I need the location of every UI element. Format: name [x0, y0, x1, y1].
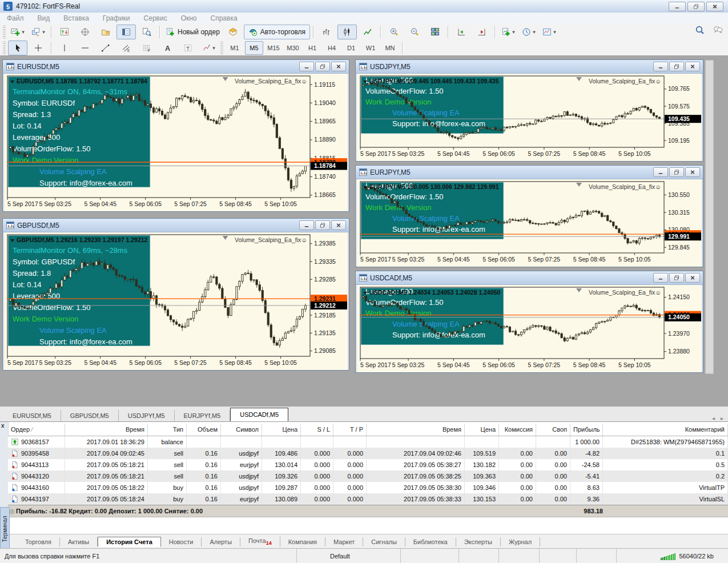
- column-header-commission[interactable]: Комиссия: [499, 424, 536, 436]
- titlebar[interactable]: 5 479102: FortFS-Real: [0, 0, 728, 13]
- column-header-comment[interactable]: Комментарий: [603, 424, 728, 436]
- chart-plot-area[interactable]: Leverage: 500VolumeOrderFlow: 1.50Work D…: [357, 74, 702, 161]
- timeframe-m30-button[interactable]: M30: [284, 41, 302, 55]
- chart-window-titlebar[interactable]: EURJPYf,M5: [356, 166, 703, 179]
- terminal-button[interactable]: [116, 25, 136, 39]
- line-chart-button[interactable]: [358, 25, 377, 39]
- text-label-button[interactable]: T: [178, 41, 198, 55]
- toolbar-grip[interactable]: [3, 42, 6, 54]
- column-header-profit[interactable]: Прибыль: [570, 424, 603, 436]
- chart-tab-eurusdf-m5[interactable]: EURUSDf,M5: [3, 410, 61, 421]
- new-chart-button[interactable]: ▾: [8, 25, 27, 39]
- column-header-type[interactable]: Тип: [148, 424, 187, 436]
- timeframe-mn-button[interactable]: MN: [381, 41, 399, 55]
- menu-file[interactable]: Файл: [0, 14, 31, 22]
- profiles-button[interactable]: ▾: [29, 25, 48, 39]
- terminal-tab-news[interactable]: Новости: [161, 537, 202, 546]
- restore-button[interactable]: [687, 2, 705, 11]
- chart-tab-usdcadf-m5[interactable]: USDCADf,M5: [230, 408, 288, 421]
- column-header-price[interactable]: Цена: [262, 424, 301, 436]
- chart-window-titlebar[interactable]: USDCADf,M5: [356, 271, 703, 285]
- terminal-tab-company[interactable]: Компания: [280, 537, 325, 546]
- templates-button[interactable]: ▾: [540, 25, 559, 39]
- column-header-time[interactable]: Время: [65, 424, 148, 436]
- metaeditor-button[interactable]: [223, 25, 243, 39]
- terminal-tab-market[interactable]: Маркет: [325, 537, 363, 546]
- indicators-button[interactable]: ▾: [498, 25, 518, 39]
- chart-minimize-button[interactable]: [653, 273, 668, 283]
- workspace-scrollbar[interactable]: [705, 60, 714, 374]
- terminal-tab-journal[interactable]: Журнал: [501, 537, 540, 546]
- candlestick-chart-button[interactable]: [337, 25, 357, 39]
- column-header-sl[interactable]: S / L: [301, 424, 333, 436]
- column-header-symbol[interactable]: Символ: [221, 424, 262, 436]
- column-header-close_time[interactable]: Время: [367, 424, 465, 436]
- horizontal-line-button[interactable]: [75, 41, 95, 55]
- terminal-tab-account-history[interactable]: История Счета: [98, 537, 161, 547]
- chart-restore-button[interactable]: [315, 220, 330, 230]
- chart-window-usdjpyf[interactable]: USDJPYf,M5 Leverage: 500VolumeOrderFlow:…: [355, 59, 703, 162]
- chart-tab-gbpusdf-m5[interactable]: GBPUSDf,M5: [61, 410, 119, 421]
- chart-window-titlebar[interactable]: USDJPYf,M5: [356, 60, 703, 74]
- history-row-90395458[interactable]: 903954582017.09.04 09:02:45sell0.16usdjp…: [8, 448, 728, 459]
- terminal-tab-library[interactable]: Библиотека: [405, 537, 456, 546]
- timeframe-m1-button[interactable]: M1: [226, 41, 244, 55]
- chart-close-button[interactable]: [331, 220, 346, 230]
- auto-trading-button[interactable]: Авто-торговля: [244, 25, 310, 39]
- column-header-close_price[interactable]: Цена: [465, 424, 499, 436]
- chart-restore-button[interactable]: [669, 273, 684, 283]
- chart-window-usdcadf[interactable]: USDCADf,M5 Leverage: 500VolumeOrderFlow:…: [355, 271, 703, 373]
- dropdown-arrow-icon[interactable]: ▾: [512, 29, 515, 35]
- chart-plot-area[interactable]: TerminalMonitor ON, 84ms, ~31msSymbol: E…: [4, 74, 348, 211]
- timeframe-h1-button[interactable]: H1: [303, 41, 321, 55]
- history-row-90443197[interactable]: 904431972017.09.05 05:18:24buy0.16eurjpy…: [8, 493, 728, 505]
- chart-minimize-button[interactable]: [299, 62, 314, 71]
- chart-shift-button[interactable]: [472, 25, 492, 39]
- chart-window-titlebar[interactable]: GBPUSDf,M5: [3, 219, 349, 232]
- terminal-side-tab[interactable]: Терминал: [0, 507, 10, 550]
- terminal-tab-mailbox[interactable]: Почта14: [240, 536, 280, 547]
- dropdown-arrow-icon[interactable]: ▾: [212, 45, 215, 51]
- chart-window-gbpusdf[interactable]: GBPUSDf,M5 TerminalMonitor ON, 69ms, ~28…: [2, 218, 349, 371]
- dropdown-arrow-icon[interactable]: ▾: [22, 29, 25, 35]
- column-header-swap[interactable]: Своп: [536, 424, 570, 436]
- minimize-button[interactable]: [669, 2, 686, 11]
- chart-restore-button[interactable]: [669, 167, 684, 177]
- chart-tabs-scroll-left-icon[interactable]: ◂: [712, 415, 715, 421]
- menu-tools[interactable]: Сервис: [137, 14, 174, 22]
- bar-chart-button[interactable]: [317, 25, 336, 39]
- terminal-close-button[interactable]: x: [1, 423, 5, 429]
- trendline-button[interactable]: [96, 41, 115, 55]
- timeframe-m5-button[interactable]: M5: [245, 41, 263, 55]
- terminal-tab-assets[interactable]: Активы: [60, 537, 98, 546]
- search-icon[interactable]: [695, 25, 705, 35]
- chart-window-eurusdf[interactable]: EURUSDf,M5 TerminalMonitor ON, 84ms, ~31…: [2, 59, 349, 212]
- toolbar-grip[interactable]: [3, 26, 6, 38]
- timeframe-h4-button[interactable]: H4: [323, 41, 341, 55]
- history-row-90368157[interactable]: 903681572017.09.01 18:36:29balance1 000.…: [8, 436, 728, 448]
- chart-restore-button[interactable]: [315, 62, 330, 71]
- chart-close-button[interactable]: [685, 167, 700, 177]
- chart-tab-eurjpyf-m5[interactable]: EURJPYf,M5: [175, 410, 231, 421]
- terminal-tab-trade[interactable]: Торговля: [17, 537, 60, 546]
- new-order-button[interactable]: Новый ордер: [163, 25, 222, 39]
- history-row-90443120[interactable]: 904431202017.09.05 05:18:21sell0.16usdjp…: [8, 470, 728, 482]
- cursor-button[interactable]: [8, 41, 27, 55]
- chart-plot-area[interactable]: Leverage: 500VolumeOrderFlow: 1.50Work D…: [357, 179, 702, 267]
- menu-view[interactable]: Вид: [31, 14, 57, 22]
- vertical-line-button[interactable]: [55, 41, 74, 55]
- chart-minimize-button[interactable]: [653, 62, 668, 71]
- chart-minimize-button[interactable]: [299, 220, 314, 230]
- column-header-tp[interactable]: T / P: [333, 424, 367, 436]
- zoom-in-button[interactable]: [384, 25, 404, 39]
- timeframe-w1-button[interactable]: W1: [361, 41, 380, 55]
- close-button[interactable]: [706, 2, 723, 11]
- terminal-tab-signals[interactable]: Сигналы: [363, 537, 405, 546]
- column-header-volume[interactable]: Объем: [187, 424, 221, 436]
- menu-charts[interactable]: Графики: [96, 14, 137, 22]
- chart-close-button[interactable]: [685, 273, 700, 283]
- tile-windows-button[interactable]: [425, 25, 445, 39]
- chart-close-button[interactable]: [685, 62, 700, 71]
- timeframe-d1-button[interactable]: D1: [342, 41, 360, 55]
- periods-button[interactable]: ▾: [519, 25, 538, 39]
